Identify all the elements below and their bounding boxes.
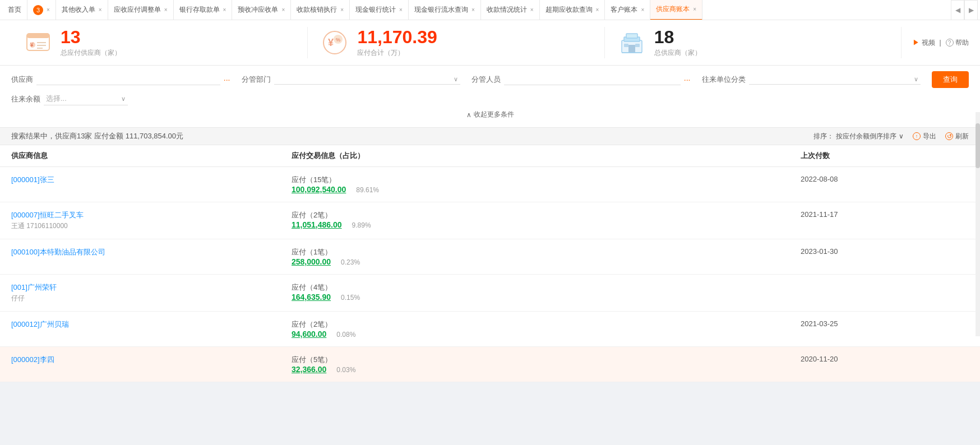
tab-close-icon[interactable]: × xyxy=(471,7,475,13)
total-suppliers-label: 总供应商（家） xyxy=(654,48,701,58)
lastpay-cell: 2021-03-25 xyxy=(801,319,969,328)
tab-close-icon[interactable]: × xyxy=(164,7,168,13)
tab-label-receipt-stat: 收款情况统计 xyxy=(487,5,527,15)
help-link[interactable]: ? 帮助 xyxy=(946,38,969,48)
summary-item-total-suppliers: 18 总供应商（家） xyxy=(605,27,902,58)
tab-close-icon[interactable]: × xyxy=(340,7,344,13)
supplier-link[interactable]: [000012]广州贝瑞 xyxy=(11,320,69,328)
supplier-input[interactable] xyxy=(36,74,220,85)
balance-select[interactable]: 选择... ∨ xyxy=(44,92,128,105)
dept-label: 分管部门 xyxy=(242,75,271,85)
supplier-link[interactable]: [000001]张三 xyxy=(11,175,54,184)
nav-right-arrow[interactable]: ▶ xyxy=(964,0,978,20)
trans-amount[interactable]: 32,366.00 xyxy=(292,365,326,374)
summary-item-total-payable: ¥ % 11,170.39 应付合计（万） xyxy=(308,27,604,58)
trans-amount[interactable]: 258,000.00 xyxy=(292,257,331,266)
svg-rect-16 xyxy=(635,44,640,47)
link-divider: | xyxy=(940,39,941,47)
nav-tab-receipt-verify[interactable]: 收款核销执行× xyxy=(291,0,350,20)
collapse-button[interactable]: ∧ 收起更多条件 xyxy=(466,110,514,119)
sort-value: 按应付余额倒序排序 xyxy=(836,132,896,141)
summary-text-total-payable: 11,170.39 应付合计（万） xyxy=(357,28,437,58)
tab-label-home: 首页 xyxy=(8,5,21,15)
trans-label: 应付（15笔） xyxy=(292,175,801,185)
supplier-dots[interactable]: ··· xyxy=(224,75,230,84)
collapse-up-icon: ∧ xyxy=(466,111,471,119)
nav-tab-home[interactable]: 首页 xyxy=(2,0,27,20)
svg-text:¥: ¥ xyxy=(30,42,34,48)
nav-tab-cash-bank-flow[interactable]: 现金银行流水查询× xyxy=(409,0,481,20)
supplier-link[interactable]: [000007]恒旺二手叉车 xyxy=(11,211,84,219)
supplier-link[interactable]: [001]广州荣轩 xyxy=(11,283,57,291)
export-icon: ↑ xyxy=(913,132,921,140)
transaction-cell: 应付（2笔） 94,600.00 0.08% xyxy=(292,319,801,339)
trans-amount[interactable]: 100,092,540.00 xyxy=(292,185,346,194)
tab-label-other-income: 其他收入单 xyxy=(62,5,95,15)
last-pay-date: 2023-01-30 xyxy=(801,247,838,256)
last-pay-date: 2022-08-08 xyxy=(801,175,838,183)
table-row: [001]广州荣轩仔仔应付（4笔） 164,635.90 0.15% xyxy=(0,275,980,312)
video-link[interactable]: ▶ 视频 xyxy=(913,38,935,48)
category-select[interactable]: ∨ xyxy=(749,75,921,85)
svg-rect-14 xyxy=(628,45,635,53)
filter-person: 分管人员 ··· xyxy=(471,74,691,85)
search-button[interactable]: 查询 xyxy=(932,71,969,88)
svg-rect-1 xyxy=(27,34,49,38)
trans-amount[interactable]: 11,051,486.00 xyxy=(292,220,342,229)
trans-amount-row: 32,366.00 0.03% xyxy=(292,365,801,374)
total-payable-number: 11,170.39 xyxy=(357,28,437,46)
tab-close-icon[interactable]: × xyxy=(530,7,534,13)
tab-label-receipt-verify: 收款核销执行 xyxy=(297,5,337,15)
transaction-cell: 应付（1笔） 258,000.00 0.23% xyxy=(292,247,801,266)
tab-close-icon[interactable]: × xyxy=(693,6,696,12)
sort-control[interactable]: 排序： 按应付余额倒序排序 ∨ xyxy=(813,132,904,141)
nav-tab-ar-ap-adjust[interactable]: 应收应付调整单× xyxy=(108,0,174,20)
tab-close-icon[interactable]: × xyxy=(641,7,644,13)
summary-bar: ¥ 13 总应付供应商（家） ¥ % 11,170.39 应付合计（万） xyxy=(0,20,980,66)
supplier-link[interactable]: [000100]本特勤油品有限公司 xyxy=(11,248,105,256)
tab-label-cash-bank-stat: 现金银行统计 xyxy=(355,5,396,15)
export-label: 导出 xyxy=(923,132,936,141)
supplier-link[interactable]: [000002]李四 xyxy=(11,355,54,364)
refresh-button[interactable]: ↺ 刷新 xyxy=(945,132,969,141)
trans-amount[interactable]: 164,635.90 xyxy=(292,293,331,302)
trans-amount-row: 11,051,486.00 9.89% xyxy=(292,220,801,229)
nav-tab-overdue-ar[interactable]: 超期应收款查询× xyxy=(540,0,605,20)
person-dots[interactable]: ··· xyxy=(684,75,691,84)
table-row: [000001]张三应付（15笔） 100,092,540.00 89.61% … xyxy=(0,167,980,202)
lastpay-cell: 2020-11-20 xyxy=(801,355,969,363)
summary-right-links: ▶ 视频 | ? 帮助 xyxy=(902,38,969,48)
nav-left-arrow[interactable]: ◀ xyxy=(951,0,964,20)
total-suppliers-number: 18 xyxy=(654,28,701,46)
filter-dept: 分管部门 ∨ xyxy=(242,75,461,85)
supplier-cell: [000001]张三 xyxy=(11,175,292,185)
data-table: 供应商信息 应付交易信息（占比） 上次付数 [000001]张三应付（15笔） … xyxy=(0,145,980,382)
supplier-cell: [000002]李四 xyxy=(11,355,292,365)
export-button[interactable]: ↑ 导出 xyxy=(913,132,936,141)
nav-tab-cash-bank-stat[interactable]: 现金银行统计× xyxy=(350,0,409,20)
nav-tab-prepay-ar[interactable]: 预收冲应收单× xyxy=(232,0,291,20)
supplier-sub: 仔仔 xyxy=(11,294,292,303)
scrollbar-track[interactable] xyxy=(976,112,980,336)
nav-tab-other-income[interactable]: 其他收入单× xyxy=(56,0,108,20)
person-input[interactable] xyxy=(504,74,681,85)
last-pay-date: 2021-11-17 xyxy=(801,210,838,219)
nav-tab-customer-book[interactable]: 客户账本× xyxy=(605,0,650,20)
tab-close-icon[interactable]: × xyxy=(281,7,285,13)
category-label: 往来单位分类 xyxy=(702,75,746,85)
tab-close-icon[interactable]: × xyxy=(399,7,403,13)
tab-close-icon[interactable]: × xyxy=(47,7,50,13)
dept-select[interactable]: ∨ xyxy=(274,75,461,85)
trans-pct: 9.89% xyxy=(352,221,371,229)
tab-close-icon[interactable]: × xyxy=(99,7,102,13)
trans-amount[interactable]: 94,600.00 xyxy=(292,330,326,339)
nav-tab-bank-deposit[interactable]: 银行存取款单× xyxy=(174,0,233,20)
tab-close-icon[interactable]: × xyxy=(596,7,599,13)
nav-tab-tab3[interactable]: 3× xyxy=(27,0,56,20)
scrollbar-thumb[interactable] xyxy=(976,123,980,168)
nav-tab-receipt-stat[interactable]: 收款情况统计× xyxy=(481,0,540,20)
payable-suppliers-icon: ¥ xyxy=(22,27,54,58)
tab-close-icon[interactable]: × xyxy=(223,7,226,13)
filter-row-2: 往来余额 选择... ∨ xyxy=(11,92,969,105)
nav-tab-supplier-book[interactable]: 供应商账本× xyxy=(650,0,702,20)
